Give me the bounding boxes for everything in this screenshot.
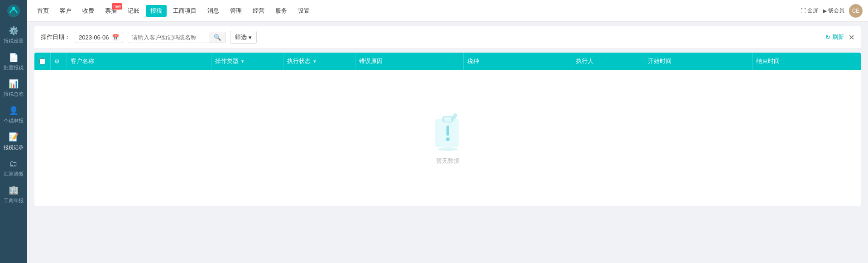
nav-item-jingying[interactable]: 经营 [248, 5, 269, 17]
sidebar-item-gongshangnianbao[interactable]: 🏢 工商年报 [0, 181, 27, 208]
close-button[interactable]: ✕ [849, 33, 854, 42]
baoshuishezhi-icon: ⚙️ [9, 25, 19, 37]
pilianbaoshui-icon: 📄 [9, 52, 19, 63]
date-label: 操作日期： [41, 33, 70, 41]
svg-rect-9 [446, 126, 449, 136]
sidebar-item-baoshuishezhi[interactable]: ⚙️ 报税设置 [0, 22, 27, 49]
nav-items: 首页 客户 收费 票据 new 记账 报税 工商项目 消息 [33, 5, 801, 17]
sidebar-item-label-geshuishenbao: 个税申报 [4, 117, 24, 124]
sidebar: ⚙️ 报税设置 📄 批量报税 📊 报税总览 👤 个税申报 📝 报税记录 🗂 汇算… [0, 0, 27, 263]
empty-state: 暂无数据 [421, 83, 475, 192]
svg-point-0 [7, 5, 20, 17]
op-type-sort-icon: ▼ [240, 59, 245, 64]
search-input[interactable] [128, 32, 210, 43]
th-checkbox[interactable] [34, 53, 51, 70]
fullscreen-button[interactable]: ⛶ 全屏 [801, 7, 818, 15]
refresh-button[interactable]: ↻ 刷新 [825, 33, 844, 41]
th-executor: 执行人 [572, 53, 644, 70]
geshuishenbao-icon: 👤 [9, 105, 19, 117]
topnav-right: ⛶ 全屏 ▶ 畅会员 CE [801, 4, 863, 18]
sidebar-item-huisuanjiaona[interactable]: 🗂 汇算清缴 [0, 155, 27, 181]
huisuanjiaona-icon: 🗂 [10, 158, 18, 170]
th-error-reason: 错误原因 [355, 53, 464, 70]
empty-text: 暂无数据 [436, 157, 460, 165]
sidebar-item-pilianbaoshui[interactable]: 📄 批量报税 [0, 49, 27, 75]
filter-bar: 操作日期： 2023-06-06 📅 🔍 筛选 ▾ ↻ [34, 26, 861, 48]
nav-item-gongshangxiangmu[interactable]: 工商项目 [168, 5, 201, 17]
nav-item-baoshui[interactable]: 报税 [146, 5, 167, 17]
topnav: 首页 客户 收费 票据 new 记账 报税 工商项目 消息 [27, 0, 868, 22]
search-icon: 🔍 [214, 34, 221, 41]
nav-item-kehu[interactable]: 客户 [55, 5, 76, 17]
baoshuijilu-icon: 📝 [9, 132, 19, 143]
member-button[interactable]: ▶ 畅会员 [823, 7, 844, 15]
sidebar-item-baoshuijilu[interactable]: 📝 报税记录 [0, 128, 27, 155]
piaoju-badge: new [112, 3, 122, 10]
svg-rect-8 [444, 117, 451, 122]
th-exec-status[interactable]: 执行状态 ▼ [283, 53, 355, 70]
filter-button[interactable]: 筛选 ▾ [230, 31, 257, 44]
nav-item-piaoju[interactable]: 票据 new [101, 5, 121, 17]
calendar-icon: 📅 [112, 34, 119, 41]
table-header: ⚙ 客户名称 操作类型 ▼ 执行状态 ▼ 错误原因 [34, 53, 861, 70]
empty-state-icon [430, 111, 466, 151]
svg-point-1 [12, 7, 15, 10]
page-body: 操作日期： 2023-06-06 📅 🔍 筛选 ▾ ↻ [27, 22, 868, 263]
th-customer: 客户名称 [67, 53, 211, 70]
nav-item-shouye[interactable]: 首页 [33, 5, 53, 17]
exec-status-sort-icon: ▼ [312, 59, 317, 64]
date-picker[interactable]: 2023-06-06 📅 [75, 32, 123, 43]
sidebar-item-label-baoshuizonglan: 报税总览 [4, 91, 24, 97]
sidebar-item-label-huisuanjiaona: 汇算清缴 [4, 170, 24, 177]
sidebar-item-label-pilianbaoshui: 批量报税 [4, 64, 24, 71]
nav-item-shezhi[interactable]: 设置 [293, 5, 314, 17]
nav-item-jizhang[interactable]: 记账 [123, 5, 144, 17]
th-end-time: 结束时间 [753, 53, 861, 70]
search-button[interactable]: 🔍 [210, 32, 225, 43]
gongshangnianbao-icon: 🏢 [9, 185, 19, 196]
date-value: 2023-06-06 [79, 34, 109, 41]
search-box: 🔍 [128, 32, 225, 43]
content-area: 操作日期： 2023-06-06 📅 🔍 筛选 ▾ ↻ [27, 22, 868, 263]
svg-point-10 [446, 137, 450, 141]
member-icon: ▶ [823, 8, 827, 14]
refresh-icon: ↻ [825, 34, 830, 41]
th-tax-type: 税种 [464, 53, 572, 70]
nav-item-guanli[interactable]: 管理 [225, 5, 246, 17]
nav-item-shoufei[interactable]: 收费 [78, 5, 99, 17]
th-op-type[interactable]: 操作类型 ▼ [211, 53, 283, 70]
sidebar-item-label-baoshuishezhi: 报税设置 [4, 38, 24, 44]
th-settings: ⚙ [51, 53, 67, 70]
svg-point-11 [438, 147, 458, 151]
chevron-down-icon: ▾ [249, 34, 252, 41]
sidebar-item-baoshuizonglan[interactable]: 📊 报税总览 [0, 75, 27, 102]
sidebar-logo[interactable] [0, 0, 27, 22]
settings-icon[interactable]: ⚙ [54, 58, 60, 65]
close-icon: ✕ [849, 33, 854, 42]
avatar[interactable]: CE [849, 4, 863, 18]
fullscreen-icon: ⛶ [801, 8, 806, 14]
nav-item-xiaoxi[interactable]: 消息 [203, 5, 224, 17]
main-content: 首页 客户 收费 票据 new 记账 报税 工商项目 消息 [27, 0, 868, 263]
table-body: 暂无数据 [34, 70, 861, 206]
select-all-checkbox[interactable] [39, 58, 45, 64]
sidebar-item-label-gongshangnianbao: 工商年报 [4, 197, 24, 204]
nav-item-fuwu[interactable]: 服务 [271, 5, 292, 17]
sidebar-item-geshuishenbao[interactable]: 👤 个税申报 [0, 102, 27, 128]
th-start-time: 开始时间 [644, 53, 753, 70]
sidebar-item-label-baoshuijilu: 报税记录 [4, 144, 24, 151]
table-container: ⚙ 客户名称 操作类型 ▼ 执行状态 ▼ 错误原因 [34, 53, 861, 206]
baoshuizonglan-icon: 📊 [9, 78, 19, 90]
